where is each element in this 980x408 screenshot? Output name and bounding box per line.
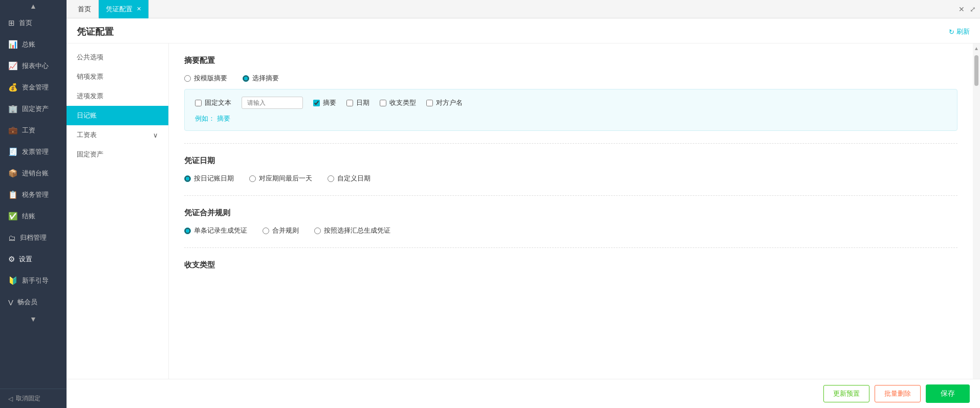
- sidebar-item-invoice[interactable]: 🧾 发票管理: [0, 141, 67, 163]
- radio-merge-input[interactable]: [263, 228, 269, 234]
- tab-close-icon[interactable]: ✕: [137, 6, 141, 12]
- nav-item-journal[interactable]: 日记账: [67, 106, 168, 125]
- sidebar-scroll-down[interactable]: ▼: [0, 313, 67, 325]
- refresh-icon: ↻: [949, 28, 954, 36]
- tab-home-label: 首页: [78, 5, 91, 14]
- checkbox-counterparty[interactable]: 对方户名: [426, 98, 463, 107]
- chevron-down-icon: ∨: [153, 131, 158, 139]
- radio-select[interactable]: 选择摘要: [243, 74, 279, 83]
- guide-icon: 🔰: [8, 276, 18, 285]
- tab-bar: 首页 凭证配置 ✕ ✕ ⤢: [67, 0, 980, 18]
- voucher-date-title: 凭证日期: [184, 156, 957, 166]
- fixed-text-input[interactable]: [242, 97, 303, 109]
- nav-item-payroll[interactable]: 工资表 ∨: [67, 125, 168, 145]
- radio-single-input[interactable]: [184, 228, 191, 234]
- radio-journal-date-input[interactable]: [184, 175, 191, 182]
- archive-icon: 🗂: [8, 234, 16, 242]
- radio-template-input[interactable]: [184, 75, 191, 82]
- sidebar-item-guide[interactable]: 🔰 新手引导: [0, 270, 67, 291]
- merge-rules-title: 凭证合并规则: [184, 208, 957, 218]
- update-preview-button[interactable]: 更新预置: [823, 385, 869, 402]
- checkbox-income-type[interactable]: 收支类型: [380, 98, 416, 107]
- save-button[interactable]: 保存: [926, 384, 970, 403]
- radio-period-last[interactable]: 对应期间最后一天: [249, 174, 312, 183]
- radio-single[interactable]: 单条记录生成凭证: [184, 226, 247, 235]
- window-close-icon[interactable]: ✕: [959, 5, 965, 13]
- nav-item-public[interactable]: 公共选项: [67, 48, 168, 67]
- checkbox-options-box: 固定文本 摘要 日期 收支类型: [184, 89, 957, 131]
- tax-icon: 📋: [8, 190, 18, 199]
- sidebar-item-stock[interactable]: 📦 进销台账: [0, 163, 67, 184]
- radio-period-last-input[interactable]: [249, 175, 256, 182]
- radio-template[interactable]: 按模版摘要: [184, 74, 227, 83]
- summary-config-title: 摘要配置: [184, 56, 957, 65]
- checkbox-counterparty-input[interactable]: [426, 100, 433, 106]
- right-scrollbar[interactable]: ▲: [973, 43, 980, 379]
- home-icon: ⊞: [8, 18, 15, 28]
- checkbox-date[interactable]: 日期: [346, 98, 369, 107]
- divider-3: [184, 247, 957, 248]
- radio-journal-date[interactable]: 按日记账日期: [184, 174, 234, 183]
- content-body: 公共选项 销项发票 进项发票 日记账 工资表 ∨ 固定资产 摘要配置: [67, 43, 980, 379]
- settle-icon: ✅: [8, 212, 18, 221]
- scroll-up-arrow[interactable]: ▲: [972, 43, 980, 53]
- sidebar-item-ledger[interactable]: 📊 总账: [0, 34, 67, 55]
- voucher-date-radio-row: 按日记账日期 对应期间最后一天 自定义日期: [184, 174, 957, 183]
- scroll-thumb[interactable]: [974, 55, 978, 86]
- radio-select-merge[interactable]: 按照选择汇总生成凭证: [314, 226, 390, 235]
- checkbox-fixed-text[interactable]: 固定文本: [195, 98, 231, 107]
- sidebar-item-home[interactable]: ⊞ 首页: [0, 12, 67, 34]
- radio-select-merge-input[interactable]: [314, 228, 321, 234]
- salary-icon: 💼: [8, 126, 18, 135]
- page-title: 凭证配置: [77, 26, 114, 38]
- divider-1: [184, 143, 957, 144]
- page-header: 凭证配置 ↻ 刷新: [67, 18, 980, 43]
- fund-icon: 💰: [8, 83, 18, 92]
- nav-item-sales-invoice[interactable]: 销项发票: [67, 67, 168, 86]
- refresh-button[interactable]: ↻ 刷新: [949, 27, 970, 36]
- merge-rules-section: 凭证合并规则 单条记录生成凭证 合并规则 按照选择汇总生成凭证: [184, 208, 957, 235]
- asset-icon: 🏢: [8, 104, 18, 114]
- sidebar-item-asset[interactable]: 🏢 固定资产: [0, 98, 67, 120]
- tab-home[interactable]: 首页: [71, 0, 99, 18]
- sidebar-item-archive[interactable]: 🗂 归档管理: [0, 227, 67, 248]
- cancel-pin-button[interactable]: ◁ 取消固定: [0, 389, 67, 408]
- right-panel: 摘要配置 按模版摘要 选择摘要 固定文本: [169, 43, 973, 379]
- voucher-date-section: 凭证日期 按日记账日期 对应期间最后一天 自定义日期: [184, 156, 957, 183]
- tab-bar-actions: ✕ ⤢: [959, 5, 976, 13]
- sidebar-item-settle[interactable]: ✅ 结账: [0, 206, 67, 227]
- sidebar-scroll-up[interactable]: ▲: [0, 0, 67, 12]
- checkbox-fixed-text-input[interactable]: [195, 100, 202, 106]
- sidebar: ▲ ⊞ 首页 📊 总账 📈 报表中心 💰 资金管理 🏢 固定资产 💼 工资 🧾 …: [0, 0, 67, 408]
- checkbox-row: 固定文本 摘要 日期 收支类型: [195, 97, 947, 109]
- nav-item-purchase-invoice[interactable]: 进项发票: [67, 86, 168, 106]
- sidebar-item-vip[interactable]: V 畅会员: [0, 291, 67, 313]
- income-type-title: 收支类型: [184, 260, 957, 270]
- nav-item-fixed-asset[interactable]: 固定资产: [67, 145, 168, 164]
- sidebar-item-fund[interactable]: 💰 资金管理: [0, 77, 67, 98]
- divider-2: [184, 195, 957, 196]
- radio-merge[interactable]: 合并规则: [263, 226, 299, 235]
- report-icon: 📈: [8, 61, 18, 71]
- bottom-bar: 更新预置 批量删除 保存: [67, 379, 980, 408]
- invoice-icon: 🧾: [8, 147, 18, 156]
- example-text: 例如： 摘要: [195, 114, 947, 123]
- sidebar-item-settings[interactable]: ⚙ 设置: [0, 248, 67, 270]
- tab-voucher-config[interactable]: 凭证配置 ✕: [99, 0, 149, 18]
- summary-config-section: 摘要配置 按模版摘要 选择摘要 固定文本: [184, 56, 957, 131]
- checkbox-income-type-input[interactable]: [380, 100, 386, 106]
- checkbox-date-input[interactable]: [346, 100, 353, 106]
- checkbox-summary-input[interactable]: [313, 100, 320, 106]
- radio-custom-date-input[interactable]: [328, 175, 334, 182]
- sidebar-item-salary[interactable]: 💼 工资: [0, 120, 67, 141]
- main-area: 首页 凭证配置 ✕ ✕ ⤢ 凭证配置 ↻ 刷新 公共选项 销项发票 进: [67, 0, 980, 408]
- settings-icon: ⚙: [8, 255, 15, 264]
- checkbox-summary[interactable]: 摘要: [313, 98, 336, 107]
- stock-icon: 📦: [8, 169, 18, 178]
- radio-select-input[interactable]: [243, 75, 249, 82]
- window-maximize-icon[interactable]: ⤢: [970, 5, 976, 13]
- sidebar-item-report[interactable]: 📈 报表中心: [0, 55, 67, 77]
- batch-delete-button[interactable]: 批量删除: [875, 385, 921, 402]
- radio-custom-date[interactable]: 自定义日期: [328, 174, 371, 183]
- sidebar-item-tax[interactable]: 📋 税务管理: [0, 184, 67, 206]
